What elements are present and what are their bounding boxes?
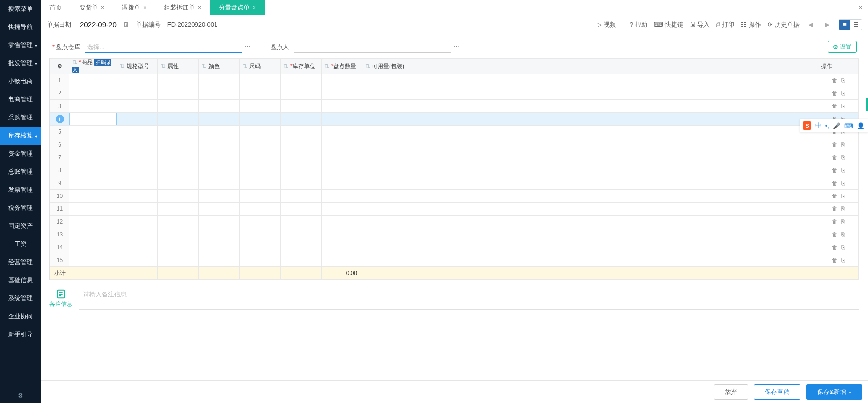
- ime-keyboard-icon[interactable]: ⌨: [844, 122, 853, 129]
- save-new-button[interactable]: 保存&新增▴: [806, 384, 862, 400]
- table-row[interactable]: 3🗑⎘: [50, 100, 859, 113]
- table-row[interactable]: 2🗑⎘: [50, 87, 859, 100]
- delete-row-icon[interactable]: 🗑: [832, 206, 838, 212]
- discard-button[interactable]: 放弃: [714, 384, 748, 400]
- tab-home[interactable]: 首页: [41, 0, 71, 15]
- add-row-icon[interactable]: +: [56, 115, 64, 123]
- sidebar-item-quick-nav[interactable]: 快捷导航: [0, 18, 41, 36]
- auditor-picker-icon[interactable]: ⋯: [453, 42, 460, 49]
- copy-row-icon[interactable]: ⎘: [841, 180, 845, 187]
- next-doc-button[interactable]: ▶: [822, 20, 832, 29]
- import-button[interactable]: ⇲ 导入: [690, 20, 710, 29]
- copy-row-icon[interactable]: ⎘: [841, 218, 845, 225]
- sidebar-item-system[interactable]: 系统管理: [0, 289, 41, 307]
- delete-row-icon[interactable]: 🗑: [832, 180, 838, 187]
- sidebar-item-salary[interactable]: 工资: [0, 235, 41, 253]
- col-color[interactable]: ⇅颜色: [199, 59, 240, 74]
- delete-row-icon[interactable]: 🗑: [832, 77, 838, 84]
- table-row[interactable]: 11🗑⎘: [50, 203, 859, 216]
- copy-row-icon[interactable]: ⎘: [841, 103, 845, 109]
- view-list-button[interactable]: ≡: [839, 20, 850, 30]
- sidebar-item-guide[interactable]: 新手引导: [0, 325, 41, 344]
- table-row[interactable]: +🗑⎘: [50, 113, 859, 126]
- delete-row-icon[interactable]: 🗑: [832, 90, 838, 97]
- delete-row-icon[interactable]: 🗑: [832, 257, 838, 264]
- close-icon[interactable]: ×: [253, 4, 256, 11]
- sidebar-item-wholesale[interactable]: 批发管理▾: [0, 54, 41, 72]
- col-spec[interactable]: ⇅规格型号: [117, 59, 158, 74]
- col-size[interactable]: ⇅尺码: [240, 59, 281, 74]
- shortcut-button[interactable]: ⌨ 快捷键: [654, 20, 683, 29]
- table-row[interactable]: 8🗑⎘: [50, 164, 859, 177]
- table-row[interactable]: 7🗑⎘: [50, 151, 859, 164]
- close-icon[interactable]: ×: [143, 4, 146, 11]
- view-grid-button[interactable]: ☰: [850, 20, 862, 30]
- operate-button[interactable]: ☷ 操作: [741, 20, 761, 29]
- copy-row-icon[interactable]: ⎘: [841, 154, 845, 161]
- copy-row-icon[interactable]: ⎘: [841, 90, 845, 97]
- table-settings-icon[interactable]: ⚙: [50, 59, 69, 74]
- settings-button[interactable]: ⚙ 设置: [828, 41, 857, 53]
- close-icon[interactable]: ×: [198, 4, 201, 11]
- save-draft-button[interactable]: 保存草稿: [754, 384, 800, 400]
- history-button[interactable]: ⟳ 历史单据: [768, 20, 800, 29]
- copy-row-icon[interactable]: ⎘: [841, 231, 845, 238]
- delete-row-icon[interactable]: 🗑: [832, 154, 838, 161]
- ime-user-icon[interactable]: 👤: [857, 122, 865, 129]
- table-row[interactable]: 6🗑⎘: [50, 138, 859, 151]
- col-qty[interactable]: ⇅*盘点数量: [322, 59, 362, 74]
- table-row[interactable]: 14🗑⎘: [50, 241, 859, 254]
- tab-inventory-check[interactable]: 分量盘点单×: [210, 0, 265, 15]
- sidebar-item-xiaochang[interactable]: 小畅电商: [0, 72, 41, 90]
- sidebar-item-inventory[interactable]: 库存核算◂: [0, 127, 41, 145]
- ime-lang[interactable]: 中: [815, 121, 821, 130]
- delete-row-icon[interactable]: 🗑: [832, 193, 838, 199]
- sidebar-item-basic-info[interactable]: 基础信息: [0, 271, 41, 289]
- sidebar-settings-icon[interactable]: ⚙: [0, 388, 41, 403]
- ime-punct-icon[interactable]: •,: [825, 122, 829, 129]
- table-row[interactable]: 9🗑⎘: [50, 177, 859, 190]
- table-row[interactable]: 10🗑⎘: [50, 190, 859, 203]
- sidebar-item-funds[interactable]: 资金管理: [0, 145, 41, 163]
- delete-row-icon[interactable]: 🗑: [832, 244, 838, 251]
- delete-row-icon[interactable]: 🗑: [832, 167, 838, 174]
- video-button[interactable]: ▷ 视频: [597, 20, 616, 29]
- sidebar-item-retail[interactable]: 零售管理▾: [0, 36, 41, 54]
- tab-assembly[interactable]: 组装拆卸单×: [156, 0, 210, 15]
- col-avail[interactable]: ⇅可用量(包装): [362, 59, 818, 74]
- sidebar-item-invoice[interactable]: 发票管理: [0, 181, 41, 199]
- copy-row-icon[interactable]: ⎘: [841, 193, 845, 199]
- tab-request[interactable]: 要货单×: [71, 0, 113, 15]
- table-row[interactable]: 1🗑⎘: [50, 74, 859, 87]
- col-unit[interactable]: ⇅*库存单位: [281, 59, 322, 74]
- sidebar-item-enterprise[interactable]: 企业协同: [0, 307, 41, 325]
- sidebar-item-operations[interactable]: 经营管理: [0, 253, 41, 271]
- delete-row-icon[interactable]: 🗑: [832, 231, 838, 238]
- delete-row-icon[interactable]: 🗑: [832, 103, 838, 109]
- ime-logo-icon[interactable]: S: [803, 121, 811, 130]
- warehouse-picker-icon[interactable]: ⋯: [244, 42, 252, 49]
- prev-doc-button[interactable]: ◀: [806, 20, 816, 29]
- copy-row-icon[interactable]: ⎘: [841, 167, 845, 174]
- table-row[interactable]: 12🗑⎘: [50, 216, 859, 228]
- col-product[interactable]: ⇅*商品扫码录入: [69, 59, 117, 74]
- copy-row-icon[interactable]: ⎘: [841, 257, 845, 264]
- sidebar-item-search-menu[interactable]: 搜索菜单: [0, 0, 41, 18]
- table-row[interactable]: 15🗑⎘: [50, 254, 859, 267]
- remarks-input[interactable]: [79, 287, 859, 310]
- tabs-close-all[interactable]: ×: [853, 0, 868, 15]
- delete-row-icon[interactable]: 🗑: [832, 218, 838, 225]
- copy-row-icon[interactable]: ⎘: [841, 141, 845, 148]
- table-row[interactable]: 5🗑⎘: [50, 126, 859, 138]
- print-button[interactable]: ⎙ 打印: [716, 20, 734, 29]
- copy-row-icon[interactable]: ⎘: [841, 77, 845, 84]
- table-row[interactable]: 13🗑⎘: [50, 228, 859, 241]
- auditor-input[interactable]: [294, 41, 451, 53]
- date-value[interactable]: 2022-09-20: [80, 20, 117, 29]
- sidebar-item-purchase[interactable]: 采购管理: [0, 108, 41, 127]
- sidebar-item-ecommerce[interactable]: 电商管理: [0, 90, 41, 108]
- warehouse-input[interactable]: [85, 41, 242, 53]
- copy-row-icon[interactable]: ⎘: [841, 244, 845, 251]
- sidebar-item-fixed-assets[interactable]: 固定资产: [0, 217, 41, 235]
- close-icon[interactable]: ×: [101, 4, 104, 11]
